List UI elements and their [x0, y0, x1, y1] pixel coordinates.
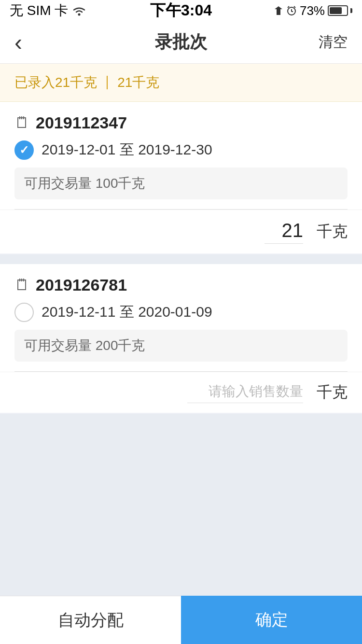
- radio-batch-1[interactable]: [14, 140, 34, 160]
- bottom-bar: 自动分配 确定: [0, 596, 362, 644]
- wifi-icon: [72, 5, 86, 16]
- quantity-unit-1: 千克: [317, 221, 348, 242]
- batch-header-1: 🗒 2019112347: [14, 113, 348, 132]
- page-title: 录批次: [155, 30, 207, 54]
- battery-indicator: [328, 5, 352, 16]
- svg-point-0: [78, 14, 81, 16]
- batch-available-2: 可用交易量 200千克: [14, 330, 348, 362]
- batch-card-2: 🗒 2019126781 2019-12-11 至 2020-01-09 可用交…: [0, 264, 362, 413]
- info-banner: 已录入21千克 21千克: [0, 64, 362, 102]
- batch-id-1: 2019112347: [36, 113, 127, 132]
- status-right: 73%: [274, 3, 352, 18]
- status-time: 下午3:04: [150, 0, 212, 21]
- batch-id-2: 2019126781: [36, 276, 127, 294]
- info-divider: [107, 76, 108, 89]
- batch-date-2: 2019-12-11 至 2020-01-09: [42, 302, 212, 322]
- info-value: 21千克: [117, 73, 159, 92]
- status-bar: 无 SIM 卡 下午3:04 73%: [0, 0, 362, 21]
- batch-header-2: 🗒 2019126781: [14, 276, 348, 294]
- alarm-icon: [286, 5, 297, 16]
- info-label: 已录入21千克: [14, 73, 97, 92]
- svg-line-5: [294, 6, 295, 8]
- quantity-row-2: 请输入销售数量 千克: [0, 372, 362, 413]
- location-icon: [274, 5, 283, 16]
- batch-card-1: 🗒 2019112347 2019-12-01 至 2019-12-30 可用交…: [0, 102, 362, 253]
- batch-date-1: 2019-12-01 至 2019-12-30: [42, 140, 212, 160]
- section-divider: [0, 254, 362, 264]
- content-area: 🗒 2019112347 2019-12-01 至 2019-12-30 可用交…: [0, 102, 362, 644]
- quantity-placeholder-2[interactable]: 请输入销售数量: [187, 382, 303, 403]
- quantity-value-1[interactable]: 21: [265, 220, 303, 244]
- quantity-unit-2: 千克: [317, 382, 348, 403]
- auto-distribute-button[interactable]: 自动分配: [0, 596, 181, 644]
- svg-line-4: [288, 6, 289, 8]
- empty-area: [0, 414, 362, 607]
- nav-bar: ‹ 录批次 清空: [0, 21, 362, 64]
- batch-id-icon-1: 🗒: [14, 114, 30, 132]
- radio-batch-2[interactable]: [14, 303, 34, 322]
- quantity-row-1: 21 千克: [0, 210, 362, 253]
- battery-percentage: 73%: [300, 3, 325, 18]
- back-button[interactable]: ‹: [14, 29, 43, 56]
- clear-button[interactable]: 清空: [319, 32, 348, 52]
- batch-available-1: 可用交易量 100千克: [14, 168, 348, 199]
- confirm-button[interactable]: 确定: [181, 596, 362, 644]
- status-carrier: 无 SIM 卡: [10, 1, 86, 20]
- batch-date-row-2: 2019-12-11 至 2020-01-09: [14, 302, 348, 322]
- batch-date-row-1: 2019-12-01 至 2019-12-30: [14, 140, 348, 160]
- batch-id-icon-2: 🗒: [14, 276, 30, 294]
